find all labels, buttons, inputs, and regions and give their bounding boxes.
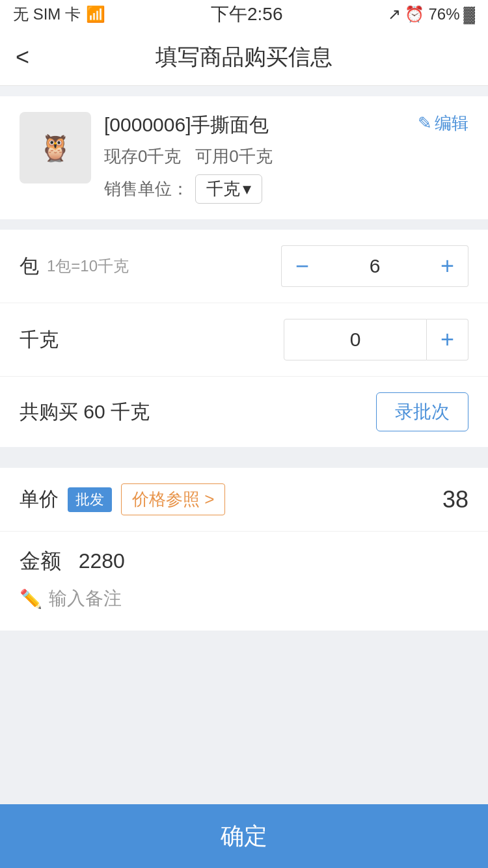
- bao-quantity-ctrl: − +: [281, 245, 468, 287]
- amount-value: 2280: [79, 549, 125, 573]
- remark-row[interactable]: ✏️ 输入备注: [20, 586, 468, 611]
- edit-label: 编辑: [435, 112, 468, 135]
- product-card-inner: 🦉 [0000006]手撕面包 现存0千克 可用0千克 销售单位： 千克 ▾ ✎…: [0, 96, 488, 219]
- product-card: 🦉 [0000006]手撕面包 现存0千克 可用0千克 销售单位： 千克 ▾ ✎…: [0, 96, 488, 219]
- status-time: 下午2:56: [211, 2, 283, 27]
- price-ref-label: 价格参照 >: [132, 488, 214, 511]
- amount-row: 金额 2280: [20, 547, 468, 576]
- product-unit-row: 销售单位： 千克 ▾: [104, 174, 468, 204]
- kg-quantity-input[interactable]: [284, 319, 427, 360]
- summary-row: 共购买 60 千克 录批次: [0, 377, 488, 447]
- product-stock: 现存0千克 可用0千克: [104, 145, 468, 168]
- carrier-text: 无 SIM 卡: [13, 4, 81, 25]
- alarm-icon: ⏰: [405, 5, 424, 23]
- summary-text: 共购买 60 千克: [20, 399, 150, 426]
- stock-text: 现存0千克: [104, 146, 181, 166]
- divider-2: [0, 447, 488, 457]
- product-info: [0000006]手撕面包 现存0千克 可用0千克 销售单位： 千克 ▾: [104, 112, 468, 204]
- available-text: 可用0千克: [195, 146, 272, 166]
- edit-button[interactable]: ✎ 编辑: [418, 112, 468, 135]
- unit-chevron-icon: ▾: [243, 179, 251, 199]
- kg-quantity-ctrl: +: [284, 319, 468, 360]
- kg-label: 千克: [20, 327, 284, 353]
- amount-label: 金额: [20, 549, 61, 573]
- page-title: 填写商品购买信息: [156, 42, 332, 72]
- location-icon: ↗: [388, 5, 401, 23]
- product-image: 🦉: [20, 112, 91, 183]
- product-logo-icon: 🦉: [39, 133, 72, 163]
- pencil-icon: ✏️: [20, 588, 42, 610]
- unit-label: 销售单位：: [104, 178, 189, 200]
- price-type-tag: 批发: [68, 487, 112, 512]
- bao-decrement-button[interactable]: −: [281, 245, 323, 287]
- bao-increment-button[interactable]: +: [427, 245, 468, 287]
- kg-row: 千克 +: [0, 303, 488, 377]
- unit-value: 千克: [206, 178, 240, 200]
- product-name: [0000006]手撕面包: [104, 112, 468, 139]
- battery-icon: ▓: [464, 5, 476, 23]
- edit-icon: ✎: [418, 113, 432, 133]
- price-ref-button[interactable]: 价格参照 >: [121, 483, 225, 515]
- divider-1: [0, 219, 488, 230]
- bao-label: 包 1包=10千克: [20, 253, 281, 280]
- bottom-space: [0, 631, 488, 826]
- bao-quantity-input[interactable]: [323, 245, 427, 287]
- back-button[interactable]: <: [16, 44, 29, 71]
- price-label: 单价: [20, 486, 59, 513]
- amount-section: 金额 2280 ✏️ 输入备注: [0, 531, 488, 631]
- remark-placeholder: 输入备注: [49, 586, 122, 611]
- batch-button[interactable]: 录批次: [376, 392, 468, 431]
- confirm-button[interactable]: 确定: [0, 804, 488, 868]
- status-bar: 无 SIM 卡 📶 下午2:56 ↗ ⏰ 76% ▓: [0, 0, 488, 29]
- kg-increment-button[interactable]: +: [427, 319, 468, 360]
- price-row: 单价 批发 价格参照 > 38: [20, 483, 468, 515]
- price-section: 单价 批发 价格参照 > 38: [0, 457, 488, 531]
- unit-select[interactable]: 千克 ▾: [195, 174, 262, 204]
- bao-unit-label: 包: [20, 253, 39, 280]
- battery-text: 76%: [428, 5, 459, 23]
- kg-unit-label: 千克: [20, 327, 59, 353]
- wifi-icon: 📶: [86, 5, 105, 23]
- price-value: 38: [442, 486, 468, 513]
- status-right: ↗ ⏰ 76% ▓: [388, 5, 475, 23]
- bao-row: 包 1包=10千克 − +: [0, 230, 488, 303]
- nav-bar: < 填写商品购买信息: [0, 29, 488, 86]
- status-left: 无 SIM 卡 📶: [13, 4, 105, 25]
- bao-conversion: 1包=10千克: [47, 256, 129, 277]
- input-section: 包 1包=10千克 − + 千克 +: [0, 230, 488, 377]
